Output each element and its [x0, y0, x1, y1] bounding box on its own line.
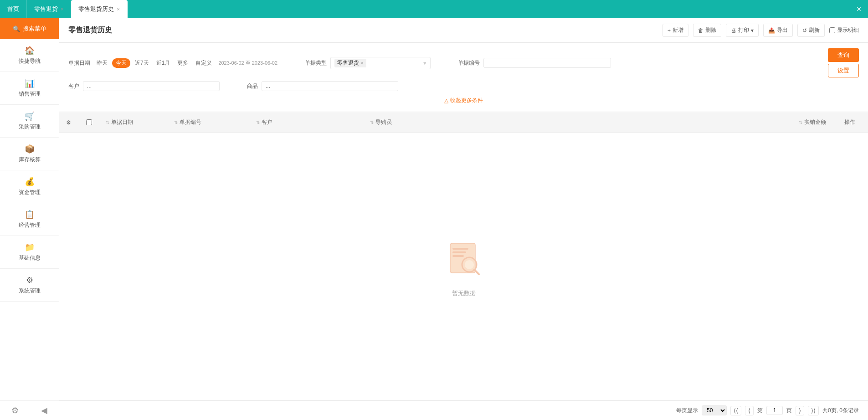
- refresh-button[interactable]: ↺ 刷新: [797, 24, 825, 37]
- prev-page-button[interactable]: ⟨: [745, 406, 754, 415]
- sidebar-item-finance-label: 资金管理: [19, 189, 41, 196]
- sidebar-item-sales[interactable]: 📊 销售管理: [0, 72, 59, 105]
- export-button[interactable]: 📤 导出: [763, 24, 793, 37]
- system-icon: ⚙: [26, 275, 33, 285]
- sidebar: 🔍 搜索菜单 🏠 快捷导航 📊 销售管理 🛒 采购管理 📦 库存核算 💰 资金管…: [0, 18, 59, 420]
- tab-retail-return-close[interactable]: ×: [61, 6, 63, 12]
- date-range-display: 2023-06-02 至 2023-06-02: [218, 60, 277, 67]
- sidebar-item-quick-nav[interactable]: 🏠 快捷导航: [0, 39, 59, 72]
- table-col-num: ⇅ 单据编号: [169, 116, 251, 129]
- sidebar-item-finance[interactable]: 💰 资金管理: [0, 170, 59, 203]
- table-col-date: ⇅ 单据日期: [100, 116, 169, 129]
- page-word: 第: [757, 407, 763, 415]
- table-col-guide: ⇅ 导购员: [365, 116, 447, 129]
- first-page-button[interactable]: ⟨⟨: [730, 406, 741, 415]
- basic-info-icon: 📁: [25, 242, 35, 252]
- date-btn-yesterday[interactable]: 昨天: [94, 58, 110, 68]
- sort-date-icon[interactable]: ⇅: [106, 120, 109, 125]
- search-icon: 🔍: [13, 26, 20, 32]
- sidebar-item-basic-info-label: 基础信息: [19, 254, 41, 262]
- customer-filter-input[interactable]: [83, 81, 220, 91]
- sidebar-item-inventory[interactable]: 📦 库存核算: [0, 138, 59, 170]
- sidebar-item-operations[interactable]: 📋 经营管理: [0, 203, 59, 236]
- next-page-button[interactable]: ⟩: [796, 406, 804, 415]
- header-actions: + 新增 🗑 删除 🖨 打印 ▾ 📤 导出 ↺ 刷: [663, 24, 859, 37]
- empty-state-icon: [441, 236, 487, 282]
- sidebar-item-purchase-label: 采购管理: [19, 123, 41, 131]
- show-detail-checkbox[interactable]: [829, 27, 835, 33]
- finance-icon: 💰: [25, 177, 35, 187]
- sidebar-item-operations-label: 经营管理: [19, 221, 41, 229]
- tab-retail-return[interactable]: 零售退货 ×: [27, 0, 71, 18]
- table-header: ⚙ ⇅ 单据日期 ⇅ 单据编号 ⇅ 客户 ⇅: [59, 112, 868, 133]
- num-filter-field: 单据编号: [458, 58, 611, 68]
- tab-retail-return-history-close[interactable]: ×: [117, 6, 119, 12]
- sidebar-item-quick-nav-label: 快捷导航: [19, 57, 41, 65]
- svg-rect-1: [452, 248, 468, 250]
- main-content: 零售退货历史 + 新增 🗑 删除 🖨 打印 ▾ 📤 导出: [59, 18, 868, 420]
- delete-label: 删除: [705, 26, 716, 34]
- print-label: 打印: [738, 26, 749, 34]
- sidebar-item-purchase[interactable]: 🛒 采购管理: [0, 105, 59, 138]
- print-button[interactable]: 🖨 打印 ▾: [726, 24, 759, 37]
- col-num-label: 单据编号: [180, 118, 201, 126]
- page-number-input[interactable]: [766, 406, 783, 415]
- export-icon: 📤: [768, 27, 775, 34]
- collapse-sidebar-icon[interactable]: ◀: [41, 405, 47, 415]
- type-select-arrow: ▾: [423, 60, 426, 67]
- sales-icon: 📊: [25, 78, 35, 88]
- type-filter-select[interactable]: 零售退货 × ▾: [330, 57, 431, 69]
- collapse-filter-button[interactable]: △ 收起更多条件: [444, 95, 483, 106]
- total-label: 共0页, 0条记录: [822, 407, 859, 415]
- page-size-select[interactable]: 10 20 50 100: [702, 405, 727, 415]
- goods-filter-field: 商品: [247, 81, 398, 91]
- home-icon: 🏠: [25, 46, 35, 56]
- svg-point-6: [465, 260, 474, 269]
- last-page-button[interactable]: ⟩⟩: [808, 406, 819, 415]
- tab-retail-return-history[interactable]: 零售退货历史 ×: [71, 0, 127, 18]
- page-word2: 页: [786, 407, 792, 415]
- query-button[interactable]: 查询: [828, 48, 859, 62]
- delete-button[interactable]: 🗑 删除: [693, 24, 721, 37]
- refresh-label: 刷新: [809, 26, 820, 34]
- settings-button[interactable]: 设置: [828, 64, 859, 77]
- settings-bottom-icon[interactable]: ⚙: [11, 405, 19, 415]
- window-close-button[interactable]: ×: [850, 0, 868, 18]
- empty-state: 暂无数据: [59, 133, 868, 400]
- type-tag-close[interactable]: ×: [361, 61, 364, 66]
- col-guide-label: 导购员: [375, 118, 392, 126]
- new-button[interactable]: + 新增: [663, 24, 688, 37]
- sidebar-item-system[interactable]: ⚙ 系统管理: [0, 269, 59, 302]
- sidebar-item-basic-info[interactable]: 📁 基础信息: [0, 236, 59, 269]
- table-settings-col[interactable]: ⚙: [59, 117, 77, 128]
- type-tag: 零售退货 ×: [334, 59, 366, 67]
- num-filter-input[interactable]: [483, 58, 611, 68]
- collapse-icon: △: [444, 97, 448, 104]
- date-btn-custom[interactable]: 自定义: [193, 58, 215, 68]
- date-btn-7days[interactable]: 近7天: [132, 58, 152, 68]
- action-btn-group: 查询 设置: [828, 48, 859, 77]
- date-btn-1month[interactable]: 近1月: [154, 58, 173, 68]
- sort-guide-icon[interactable]: ⇅: [370, 120, 374, 125]
- sort-num-icon[interactable]: ⇅: [174, 120, 178, 125]
- tab-retail-return-history-label: 零售退货历史: [78, 5, 114, 13]
- print-icon: 🖨: [731, 27, 736, 34]
- sort-customer-icon[interactable]: ⇅: [256, 120, 260, 125]
- sidebar-item-inventory-label: 库存核算: [19, 156, 41, 164]
- show-detail-checkbox-label[interactable]: 显示明细: [829, 26, 859, 34]
- tab-home-label: 首页: [7, 5, 19, 13]
- table-select-all[interactable]: [86, 119, 92, 125]
- new-label: 新增: [673, 26, 683, 34]
- num-filter-label: 单据编号: [458, 59, 480, 67]
- goods-filter-input[interactable]: [262, 81, 398, 91]
- table-settings-icon[interactable]: ⚙: [66, 119, 71, 126]
- date-btn-more[interactable]: 更多: [175, 58, 191, 68]
- sidebar-search[interactable]: 🔍 搜索菜单: [0, 18, 59, 39]
- date-btn-today[interactable]: 今天: [112, 58, 130, 68]
- sort-amount-icon[interactable]: ⇅: [799, 120, 802, 125]
- svg-rect-3: [452, 255, 464, 257]
- print-arrow-icon: ▾: [751, 27, 754, 34]
- tab-home[interactable]: 首页: [0, 0, 27, 18]
- refresh-icon: ↺: [802, 27, 807, 34]
- date-filter-label: 单据日期: [68, 59, 90, 67]
